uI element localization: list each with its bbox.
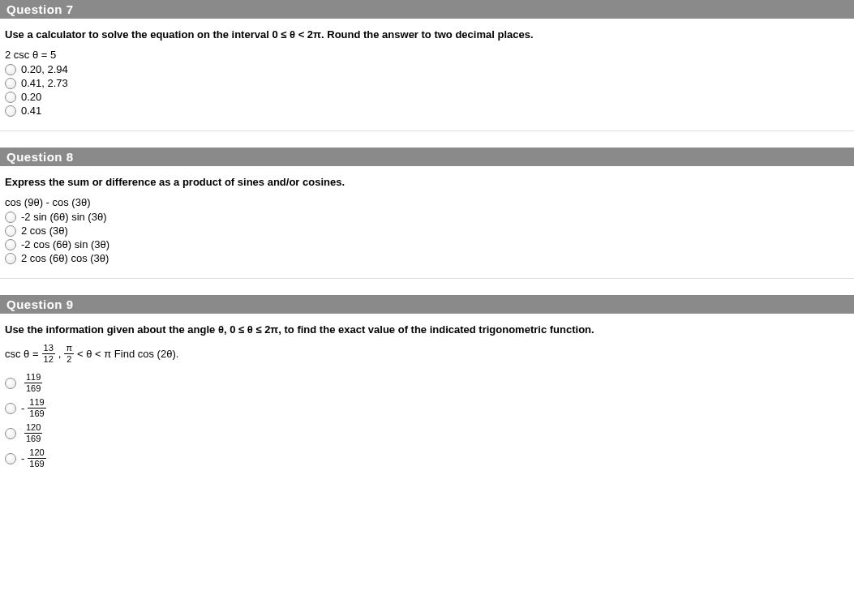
option-row[interactable]: -2 cos (6θ) sin (3θ) <box>5 237 849 251</box>
question-equation: 2 csc θ = 5 <box>0 49 854 62</box>
radio-icon[interactable] <box>5 428 16 439</box>
eq-suffix: < θ < π Find cos (2θ). <box>77 348 178 360</box>
option-label: 0.20 <box>21 91 41 103</box>
option-label: -2 cos (6θ) sin (3θ) <box>21 238 109 250</box>
numerator: 119 <box>24 373 42 383</box>
option-row[interactable]: 119 169 <box>5 370 849 396</box>
denominator: 169 <box>26 434 41 443</box>
numerator: 119 <box>28 398 45 409</box>
fraction: 119 169 <box>24 373 42 393</box>
comma: , <box>58 348 62 360</box>
question-7: Question 7 Use a calculator to solve the… <box>0 0 854 131</box>
denominator: 169 <box>29 459 44 468</box>
option-label: 2 cos (6θ) cos (3θ) <box>21 252 109 264</box>
radio-icon[interactable] <box>5 225 16 237</box>
options-group: -2 sin (6θ) sin (3θ) 2 cos (3θ) -2 cos (… <box>0 210 854 272</box>
question-header: Question 9 <box>0 295 854 314</box>
denominator: 12 <box>44 354 54 364</box>
radio-icon[interactable] <box>5 453 16 464</box>
denominator: 2 <box>67 354 71 364</box>
question-instruction: Use a calculator to solve the equation o… <box>0 19 854 49</box>
question-equation: cos (9θ) - cos (3θ) <box>0 196 854 210</box>
fraction: 119 169 <box>28 398 45 418</box>
fraction: 120 169 <box>28 448 45 468</box>
radio-icon[interactable] <box>5 378 16 389</box>
denominator: 169 <box>29 409 44 418</box>
option-row[interactable]: 0.41 <box>5 104 849 118</box>
eq-prefix: csc θ = <box>5 348 39 360</box>
numerator: π <box>64 344 74 354</box>
question-header: Question 8 <box>0 148 854 166</box>
option-label: 0.41, 2.73 <box>21 77 68 89</box>
option-row[interactable]: 2 cos (6θ) cos (3θ) <box>5 251 849 265</box>
question-8: Question 8 Express the sum or difference… <box>0 148 854 279</box>
divider <box>0 278 854 279</box>
question-9: Question 9 Use the information given abo… <box>0 295 854 477</box>
radio-icon[interactable] <box>5 403 16 414</box>
radio-icon[interactable] <box>5 78 16 89</box>
numerator: 13 <box>42 344 55 354</box>
denominator: 169 <box>26 383 41 393</box>
divider <box>0 130 854 131</box>
option-row[interactable]: 0.20 <box>5 90 849 104</box>
radio-icon[interactable] <box>5 239 16 250</box>
option-label: 0.20, 2.94 <box>21 63 68 75</box>
radio-icon[interactable] <box>5 253 16 264</box>
radio-icon[interactable] <box>5 92 16 103</box>
fraction: 120 169 <box>24 423 42 443</box>
radio-icon[interactable] <box>5 64 16 75</box>
question-instruction: Use the information given about the angl… <box>0 314 854 344</box>
fraction: π 2 <box>64 344 74 364</box>
radio-icon[interactable] <box>5 212 16 223</box>
negative-sign: - <box>21 452 24 464</box>
options-group: 0.20, 2.94 0.41, 2.73 0.20 0.41 <box>0 62 854 124</box>
option-label: 2 cos (3θ) <box>21 225 68 237</box>
question-equation: csc θ = 13 12 , π 2 < θ < π Find cos (2θ… <box>0 344 854 370</box>
option-label: 0.41 <box>21 105 41 117</box>
fraction: 13 12 <box>42 344 55 364</box>
option-row[interactable]: 120 169 <box>5 421 849 446</box>
option-row[interactable]: - 120 169 <box>5 446 849 471</box>
option-row[interactable]: - 119 169 <box>5 396 849 421</box>
question-instruction: Express the sum or difference as a produ… <box>0 166 854 196</box>
numerator: 120 <box>24 423 42 434</box>
option-row[interactable]: 0.20, 2.94 <box>5 62 849 76</box>
option-row[interactable]: 2 cos (3θ) <box>5 224 849 237</box>
numerator: 120 <box>28 448 45 459</box>
option-label: -2 sin (6θ) sin (3θ) <box>21 211 106 223</box>
radio-icon[interactable] <box>5 105 16 117</box>
option-row[interactable]: 0.41, 2.73 <box>5 76 849 90</box>
options-group: 119 169 - 119 169 120 169 - 120 <box>0 370 854 477</box>
question-header: Question 7 <box>0 0 854 19</box>
option-row[interactable]: -2 sin (6θ) sin (3θ) <box>5 210 849 224</box>
negative-sign: - <box>21 402 24 414</box>
